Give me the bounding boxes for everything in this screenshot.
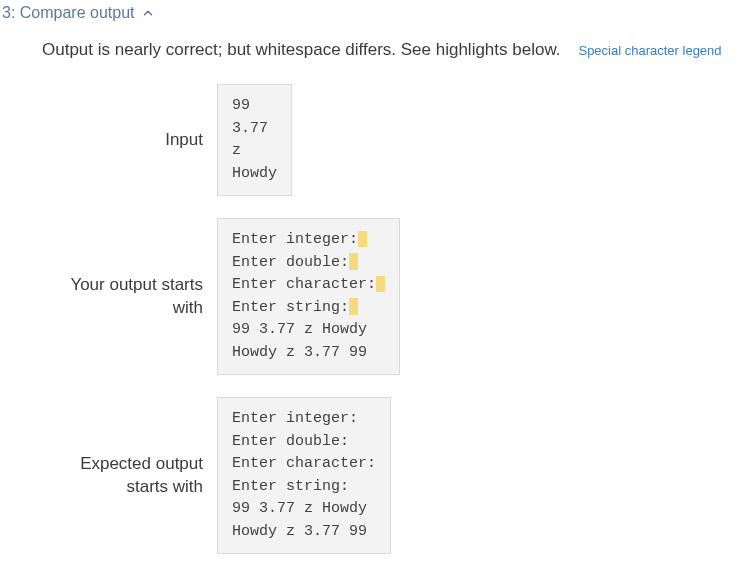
- comparison-block: Input 99 3.77 z Howdy Your output starts…: [0, 84, 753, 554]
- special-character-legend-link[interactable]: Special character legend: [578, 43, 721, 58]
- feedback-row: Output is nearly correct; but whitespace…: [0, 40, 753, 84]
- whitespace-highlight: [349, 253, 358, 270]
- feedback-text: Output is nearly correct; but whitespace…: [42, 40, 560, 60]
- section-title: 3: Compare output: [2, 4, 135, 22]
- expected-output-label: Expected output starts with: [8, 453, 203, 499]
- whitespace-highlight: [349, 298, 358, 315]
- expected-output-box: Enter integer: Enter double: Enter chara…: [217, 397, 391, 554]
- chevron-up-icon: [141, 6, 155, 20]
- input-label: Input: [8, 129, 203, 152]
- whitespace-highlight: [376, 276, 385, 293]
- section-header[interactable]: 3: Compare output: [0, 0, 753, 40]
- your-output-box: Enter integer: Enter double: Enter chara…: [217, 218, 400, 375]
- input-box: 99 3.77 z Howdy: [217, 84, 292, 196]
- your-output-label: Your output starts with: [8, 274, 203, 320]
- whitespace-highlight: [358, 231, 367, 248]
